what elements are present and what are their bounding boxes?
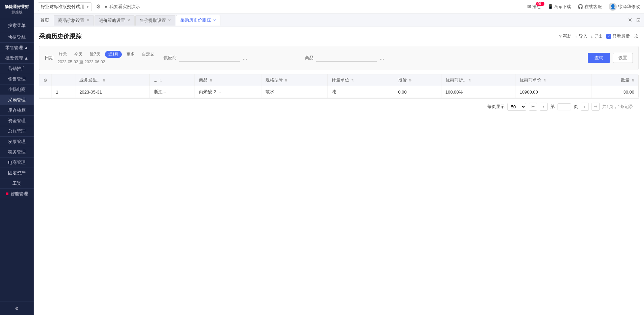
col-discount[interactable]: 优惠前折... ⇅ — [441, 74, 515, 86]
tab-home[interactable]: 首页 — [36, 15, 53, 25]
sort-pre-discount-price-icon: ⇅ — [543, 78, 546, 82]
tab-sale-price[interactable]: 售价提取设置 ✕ — [135, 15, 175, 26]
col-price[interactable]: 报价 ⇅ — [394, 74, 441, 86]
tab-product-price[interactable]: 商品价格设置 ✕ — [54, 15, 94, 26]
smart-dot-indicator — [6, 193, 8, 195]
date-btn-yesterday[interactable]: 昨天 — [56, 51, 70, 58]
supplier-dots-icon[interactable]: ... — [243, 55, 247, 61]
close-purchase-history-tab-icon[interactable]: ✕ — [213, 18, 216, 23]
version-selector[interactable]: 好业财标准版交付试用 ▾ — [38, 2, 92, 11]
date-btn-today[interactable]: 今天 — [72, 51, 85, 58]
app-download-button[interactable]: 📱 App下载 — [548, 4, 571, 10]
sort-product-icon: ⇅ — [210, 78, 212, 82]
sidebar-item-quick-nav[interactable]: 快捷导航 — [0, 32, 34, 43]
product-input[interactable] — [316, 54, 377, 62]
sidebar-item-payroll[interactable]: 工资 — [0, 178, 34, 189]
sidebar-item-wholesale[interactable]: 批发管理 ▲ — [0, 53, 34, 64]
table-settings-gear-icon[interactable]: ⚙ — [43, 78, 47, 83]
sidebar-item-inventory[interactable]: 库存核算 — [0, 105, 34, 116]
product-filter-label: 商品 — [305, 55, 314, 61]
only-last-checkbox[interactable]: 只看最后一次 — [606, 33, 639, 39]
col-pre-discount-price[interactable]: 优惠前单价 ⇅ — [515, 74, 591, 86]
headset-icon: 🎧 — [578, 4, 583, 9]
supplier-filter-label: 供应商 — [164, 55, 177, 61]
cell-product: 丙烯酸-2-... — [195, 86, 261, 98]
demo-text: 我要看实例演示 — [109, 4, 140, 10]
page-header: 采购历史价跟踪 ? 帮助 ↑ 导入 ↓ 导出 只看最后一次 — [39, 32, 639, 40]
sidebar-item-marketing[interactable]: 营销推广 — [0, 64, 34, 74]
cell-spec: 散水 — [261, 86, 327, 98]
close-sale-price-tab-icon[interactable]: ✕ — [168, 18, 171, 23]
current-page-input[interactable]: 1 — [558, 103, 571, 110]
table-row: 1 2023-05-31 浙江... 丙烯酸-2-... 散水 吨 0.00 1… — [39, 86, 638, 98]
search-menu-label[interactable]: 搜索菜单 — [8, 23, 26, 28]
page-title: 采购历史价跟踪 — [39, 32, 81, 40]
date-btn-custom[interactable]: 自定义 — [139, 51, 157, 58]
user-button[interactable]: 👤 徐泽华修改 — [609, 3, 640, 11]
date-filters: 昨天 今天 近7天 近1月 更多 自定义 2023-05-02 至 2023-0… — [56, 51, 157, 65]
date-btn-more[interactable]: 更多 — [124, 51, 137, 58]
sidebar-item-ecommerce[interactable]: 电商管理 — [0, 158, 34, 168]
sort-quantity-icon: ⇅ — [632, 78, 634, 82]
cell-col3: 浙江... — [149, 86, 195, 98]
sidebar-item-ecommerce-small[interactable]: 小畅电商 — [0, 84, 34, 95]
close-purchase-strategy-tab-icon[interactable]: ✕ — [127, 18, 130, 23]
tab-expand-icon[interactable]: ⊡ — [636, 16, 641, 24]
tab-purchase-strategy[interactable]: 进价策略设置 ✕ — [95, 15, 135, 26]
sidebar-item-invoice[interactable]: 发票管理 — [0, 137, 34, 147]
col-col3[interactable]: ... ⇅ — [149, 74, 195, 86]
col-unit[interactable]: 计量单位 ⇅ — [327, 74, 394, 86]
data-table: ⚙ 业务发生... ⇅ ... ⇅ 商品 ⇅ — [39, 74, 638, 98]
tab-close-icon[interactable]: ✕ — [627, 16, 633, 24]
topbar-demo-button[interactable]: ● 我要看实例演示 — [105, 4, 140, 10]
app-download-icon: 📱 — [548, 4, 553, 9]
query-button[interactable]: 查询 — [588, 53, 610, 63]
import-button[interactable]: ↑ 导入 — [575, 33, 587, 39]
cell-discount: 100.00% — [441, 86, 515, 98]
filter-settings-button[interactable]: 设置 — [613, 53, 633, 63]
last-page-button[interactable]: ⊣ — [592, 103, 600, 111]
close-product-price-tab-icon[interactable]: ✕ — [86, 18, 90, 23]
tab-purchase-history[interactable]: 采购历史价跟踪 ✕ — [176, 15, 220, 26]
date-btn-last7[interactable]: 近7天 — [87, 51, 103, 58]
sidebar-item-finance[interactable]: 资金管理 — [0, 116, 34, 126]
import-icon: ↑ — [575, 34, 577, 39]
message-badge: 99+ — [536, 2, 544, 6]
col-settings[interactable]: ⚙ — [39, 74, 52, 86]
sidebar-item-tax[interactable]: 税务管理 — [0, 147, 34, 158]
help-button[interactable]: ? 帮助 — [559, 33, 572, 39]
message-button[interactable]: ✉ 消息 99+ — [527, 4, 541, 10]
topbar-right: ✉ 消息 99+ 📱 App下载 🎧 在线客服 👤 徐泽华修改 — [527, 3, 640, 11]
col-product[interactable]: 商品 ⇅ — [195, 74, 261, 86]
page-suffix: 页 — [574, 104, 578, 110]
sidebar-item-purchase[interactable]: 采购管理 — [0, 95, 34, 105]
content-area: 采购历史价跟踪 ? 帮助 ↑ 导入 ↓ 导出 只看最后一次 — [34, 27, 644, 315]
cell-row-settings — [39, 86, 52, 98]
next-page-button[interactable]: › — [581, 103, 589, 111]
wholesale-arrow-icon: ▲ — [24, 56, 29, 61]
page-actions: ? 帮助 ↑ 导入 ↓ 导出 只看最后一次 — [559, 33, 639, 39]
col-spec[interactable]: 规格型号 ⇅ — [261, 74, 327, 86]
col-date[interactable]: 业务发生... ⇅ — [75, 74, 150, 86]
sidebar-settings-button[interactable]: ⚙ — [0, 302, 34, 315]
per-page-select[interactable]: 50 10 20 100 — [507, 103, 526, 111]
col-quantity[interactable]: 数量 ⇅ — [591, 74, 638, 86]
supplier-input[interactable] — [179, 54, 240, 62]
sidebar-item-smart[interactable]: 智能管理 — [0, 189, 34, 199]
checkbox-icon — [606, 34, 611, 39]
product-dots-icon[interactable]: ... — [380, 55, 384, 61]
first-page-button[interactable]: ⊢ — [529, 103, 537, 111]
retail-arrow-icon: ▲ — [24, 45, 29, 50]
date-btn-last1m[interactable]: 近1月 — [105, 51, 122, 58]
sidebar-item-assets[interactable]: 固定资产 — [0, 168, 34, 178]
sidebar-item-retail[interactable]: 零售管理 ▲ — [0, 43, 34, 53]
export-button[interactable]: ↓ 导出 — [591, 33, 603, 39]
sidebar-item-accounting[interactable]: 总账管理 — [0, 126, 34, 137]
online-service-button[interactable]: 🎧 在线客服 — [578, 4, 602, 10]
settings-gear-icon: ⚙ — [15, 306, 19, 311]
sidebar-search[interactable]: 搜索菜单 — [0, 19, 34, 32]
sidebar-logo: 畅捷通好业财 标准版 — [0, 0, 34, 19]
topbar-settings-icon[interactable]: ⚙ — [96, 3, 101, 10]
prev-page-button[interactable]: ‹ — [540, 103, 548, 111]
sidebar-item-sales[interactable]: 销售管理 — [0, 74, 34, 84]
